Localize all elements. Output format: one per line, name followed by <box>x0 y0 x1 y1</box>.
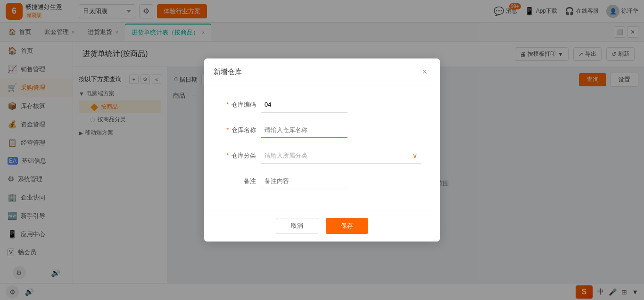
form-input-wrapper-remark <box>261 173 421 189</box>
form-label-category: * 仓库分类 <box>223 151 261 160</box>
save-button[interactable]: 保存 <box>326 218 368 234</box>
form-input-wrapper-code <box>261 97 421 113</box>
form-row-code: * 仓库编码 <box>223 97 421 113</box>
modal-close-button[interactable]: × <box>419 66 430 77</box>
form-label-name: * 仓库名称 <box>223 126 261 134</box>
form-row-category: * 仓库分类 请输入所属分类 ∨ <box>223 148 421 164</box>
warehouse-category-select[interactable]: 请输入所属分类 ∨ <box>261 148 421 164</box>
modal-footer: 取消 保存 <box>204 210 440 242</box>
warehouse-code-input[interactable] <box>261 97 347 113</box>
modal-header: 新增仓库 × <box>204 58 440 85</box>
form-row-remark: 备注 <box>223 173 421 189</box>
category-dropdown-icon: ∨ <box>413 152 417 159</box>
warehouse-remark-input[interactable] <box>261 173 347 189</box>
form-label-code: * 仓库编码 <box>223 100 261 109</box>
modal-overlay: 新增仓库 × * 仓库编码 * 仓库名称 <box>0 0 644 300</box>
form-input-wrapper-name <box>261 122 421 138</box>
modal-body: * 仓库编码 * 仓库名称 * <box>204 85 440 210</box>
warehouse-name-input[interactable] <box>261 122 347 138</box>
modal-title: 新增仓库 <box>214 67 242 76</box>
form-row-name: * 仓库名称 <box>223 122 421 138</box>
modal-add-warehouse: 新增仓库 × * 仓库编码 * 仓库名称 <box>204 58 440 242</box>
cancel-button[interactable]: 取消 <box>276 218 318 234</box>
form-label-remark: 备注 <box>223 177 261 185</box>
